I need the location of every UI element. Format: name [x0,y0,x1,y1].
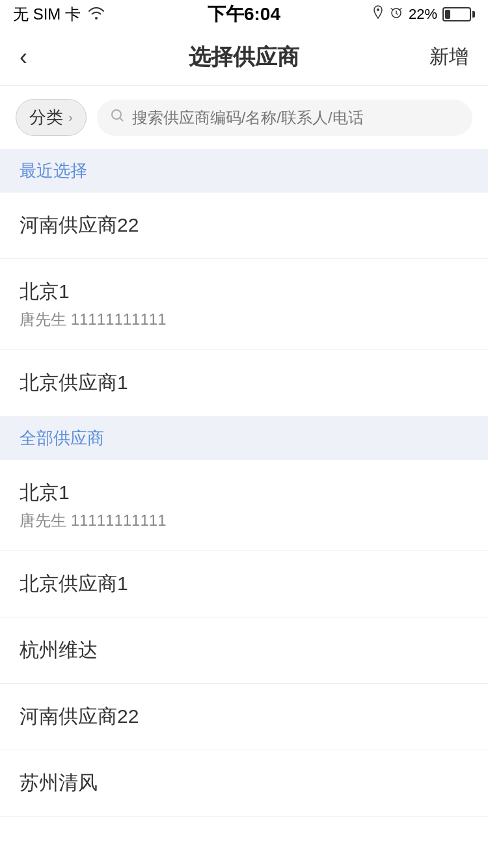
all-list-item[interactable]: 北京供应商1 [0,551,488,617]
battery-percentage: 22% [409,6,437,23]
all-list-item[interactable]: 杭州维达 [0,617,488,684]
all-section-header: 全部供应商 [0,416,488,460]
recent-list: 河南供应商22北京1唐先生 11111111111北京供应商1 [0,193,488,416]
search-icon [110,107,126,128]
item-name: 北京供应商1 [20,370,468,396]
svg-point-0 [377,8,379,11]
location-icon [372,5,384,23]
all-list: 北京1唐先生 11111111111北京供应商1杭州维达河南供应商22苏州清风 [0,460,488,817]
alarm-icon [389,5,403,23]
all-list-item[interactable]: 河南供应商22 [0,684,488,750]
status-bar: 无 SIM 卡 下午6:04 22% [0,0,488,29]
item-name: 河南供应商22 [20,212,468,239]
item-name: 北京供应商1 [20,571,468,597]
item-contact: 唐先生 11111111111 [20,510,468,531]
item-name: 苏州清风 [20,770,468,796]
category-label: 分类 [29,106,63,129]
status-left: 无 SIM 卡 [13,4,105,25]
wifi-icon [87,5,105,23]
all-list-item[interactable]: 苏州清风 [0,750,488,817]
page-title: 选择供应商 [189,42,299,72]
item-contact: 唐先生 11111111111 [20,309,468,330]
status-right: 22% [372,5,475,23]
recent-section-header: 最近选择 [0,149,488,193]
recent-section-label: 最近选择 [20,161,87,180]
search-box [97,100,472,136]
item-name: 河南供应商22 [20,703,468,730]
recent-list-item[interactable]: 河南供应商22 [0,193,488,259]
item-name: 杭州维达 [20,637,468,664]
item-name: 北京1 [20,480,468,506]
back-button[interactable]: ‹ [20,44,59,71]
recent-list-item[interactable]: 北京供应商1 [0,350,488,416]
all-section-label: 全部供应商 [20,428,104,448]
search-input[interactable] [132,109,459,127]
nav-bar: ‹ 选择供应商 新增 [0,29,488,86]
category-button[interactable]: 分类 › [16,99,87,136]
filter-bar: 分类 › [0,86,488,149]
all-list-item[interactable]: 北京1唐先生 11111111111 [0,460,488,551]
item-name: 北京1 [20,278,468,305]
carrier-text: 无 SIM 卡 [13,4,81,25]
battery-icon [442,7,475,21]
recent-list-item[interactable]: 北京1唐先生 11111111111 [0,259,488,350]
chevron-right-icon: › [68,110,73,125]
status-time: 下午6:04 [208,2,280,27]
add-button[interactable]: 新增 [429,44,468,70]
